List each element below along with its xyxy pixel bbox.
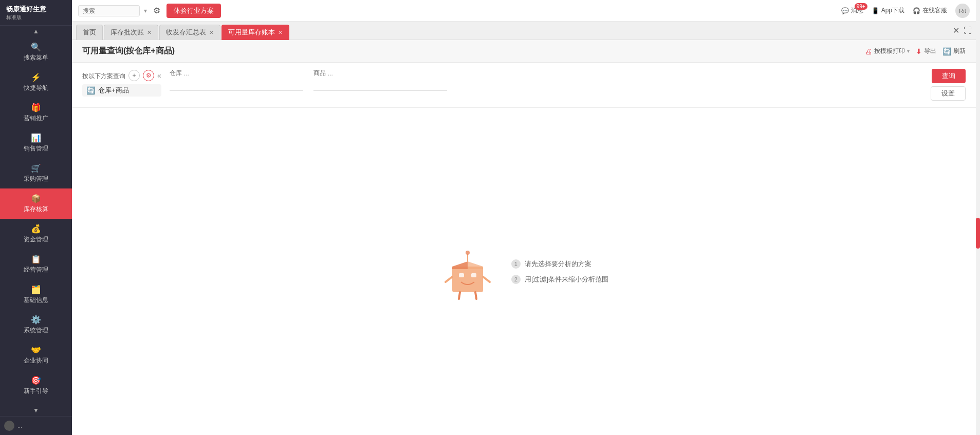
print-template-button[interactable]: 🖨 按模板打印 ▾ [865, 47, 910, 55]
sidebar-item-inventory[interactable]: 📦 库存核算 [0, 188, 72, 219]
sidebar-item-label: 新手引导 [24, 387, 48, 395]
svg-marker-2 [468, 261, 483, 269]
export-button[interactable]: ⬇ 导出 [916, 47, 936, 55]
sidebar-scroll-up[interactable]: ▲ [0, 26, 72, 37]
warehouse-more-icon[interactable]: ... [184, 70, 189, 77]
sidebar-item-sales[interactable]: 📊 销售管理 [0, 128, 72, 158]
handshake-icon: 🤝 [31, 345, 41, 355]
tab-available-ledger[interactable]: 可用量库存账本 ✕ [221, 25, 289, 40]
empty-tip-2: 2 用[过滤]条件来缩小分析范围 [511, 275, 608, 284]
export-label: 导出 [924, 47, 936, 55]
clipboard-icon: 📋 [31, 254, 41, 264]
filter-scheme-section: 按以下方案查询 + ⚙ « 🔄 仓库+商品 [82, 69, 161, 97]
collapse-icon[interactable]: « [157, 71, 161, 80]
warehouse-label: 仓库 ... [170, 69, 303, 78]
phone-icon: 📱 [872, 7, 879, 14]
online-service-item[interactable]: 🎧 在线客服 [913, 6, 947, 15]
sidebar-item-purchase[interactable]: 🛒 采购管理 [0, 158, 72, 188]
app-subtitle: 标准版 [6, 14, 66, 21]
empty-svg [439, 243, 496, 300]
empty-illustration [439, 243, 496, 300]
gift-icon: 🎁 [31, 103, 41, 112]
tab-maximize-button[interactable]: ⛶ [964, 26, 972, 35]
svg-line-10 [475, 292, 476, 299]
svg-line-8 [483, 277, 490, 282]
empty-tips: 1 请先选择要分析的方案 2 用[过滤]条件来缩小分析范围 [511, 259, 608, 284]
gear-settings-icon[interactable]: ⚙ [153, 6, 160, 15]
tab-home-label: 首页 [83, 28, 96, 37]
sidebar-item-label: 库存核算 [24, 205, 48, 214]
chevron-down-icon[interactable]: ▾ [144, 7, 147, 14]
add-scheme-button[interactable]: + [128, 70, 140, 81]
right-scrollbar[interactable] [976, 0, 980, 435]
search-input[interactable] [78, 5, 140, 16]
scheme-item-warehouse-goods[interactable]: 🔄 仓库+商品 [82, 84, 161, 97]
goods-label: 商品 ... [313, 69, 447, 78]
tip-text-2: 用[过滤]条件来缩小分析范围 [525, 275, 608, 284]
tab-batch-account[interactable]: 库存批次账 ✕ [104, 25, 158, 40]
target-icon: 🎯 [31, 375, 41, 385]
tab-collect-account-close[interactable]: ✕ [209, 29, 214, 36]
content-area: 可用量查询(按仓库+商品) 🖨 按模板打印 ▾ ⬇ 导出 🔄 刷新 [72, 40, 976, 435]
sidebar-item-marketing[interactable]: 🎁 营销推广 [0, 98, 72, 128]
tab-collect-account-label: 收发存汇总表 [166, 28, 206, 37]
app-title: 畅康通好生意 [6, 5, 66, 14]
sidebar: 畅康通好生意 标准版 ▲ 🔍 搜索菜单 ⚡ 快捷导航 🎁 营销推广 📊 销售管理… [0, 0, 72, 435]
goods-input[interactable] [313, 80, 447, 91]
filter-scheme-label: 按以下方案查询 [82, 70, 125, 81]
lightning-icon: ⚡ [31, 72, 41, 82]
user-avatar[interactable]: Rit [955, 4, 970, 18]
sidebar-scroll-down[interactable]: ▼ [0, 405, 72, 416]
warehouse-filter-field: 仓库 ... [170, 69, 303, 91]
notification-count: 99+ [855, 3, 867, 10]
tab-close-window-button[interactable]: ✕ [953, 26, 959, 35]
sidebar-item-label: 销售管理 [24, 144, 48, 153]
filter-scheme-header: 按以下方案查询 + ⚙ « [82, 69, 161, 81]
tab-batch-account-close[interactable]: ✕ [147, 29, 152, 36]
box-icon: 📦 [31, 194, 41, 203]
scheme-refresh-icon: 🔄 [86, 86, 95, 94]
print-label: 按模板打印 [874, 47, 905, 55]
sidebar-item-guide[interactable]: 🎯 新手引导 [0, 370, 72, 401]
settings-scheme-button[interactable]: ⚙ [143, 70, 154, 81]
user-avatar-small [4, 421, 14, 431]
empty-state: 1 请先选择要分析的方案 2 用[过滤]条件来缩小分析范围 [72, 108, 976, 435]
online-service-label: 在线客服 [922, 6, 947, 15]
tab-bar: 首页 库存批次账 ✕ 收发存汇总表 ✕ 可用量库存账本 ✕ ✕ ⛶ [72, 22, 976, 40]
warehouse-input[interactable] [170, 80, 303, 91]
tab-available-ledger-close[interactable]: ✕ [278, 29, 283, 36]
svg-rect-3 [459, 273, 464, 277]
refresh-button[interactable]: 🔄 刷新 [942, 47, 966, 55]
sidebar-item-operations[interactable]: 📋 经营管理 [0, 249, 72, 279]
sidebar-item-shortcut[interactable]: ⚡ 快捷导航 [0, 67, 72, 98]
settings-button[interactable]: 设置 [931, 86, 966, 101]
sidebar-item-system[interactable]: ⚙️ 系统管理 [0, 310, 72, 340]
trial-industry-button[interactable]: 体验行业方案 [167, 4, 221, 18]
svg-marker-1 [452, 261, 468, 269]
message-badge-item[interactable]: 💬 消息 99+ [841, 6, 863, 15]
sidebar-item-label: 采购管理 [24, 175, 48, 183]
goods-filter-field: 商品 ... [313, 69, 447, 91]
tab-home[interactable]: 首页 [76, 25, 103, 40]
main-area: ▾ ⚙ 体验行业方案 💬 消息 99+ 📱 App下载 🎧 在线客服 Rit [72, 0, 976, 435]
money-icon: 💰 [31, 224, 41, 234]
cart-icon: 🛒 [31, 163, 41, 173]
goods-more-icon[interactable]: ... [328, 70, 333, 77]
tab-batch-account-label: 库存批次账 [110, 28, 144, 37]
sidebar-item-enterprise[interactable]: 🤝 企业协同 [0, 340, 72, 370]
app-download-item[interactable]: 📱 App下载 [872, 6, 904, 15]
folder-icon: 🗂️ [31, 285, 41, 294]
sidebar-item-label: 企业协同 [24, 356, 48, 365]
filter-panel: 按以下方案查询 + ⚙ « 🔄 仓库+商品 [72, 63, 976, 107]
app-logo: 畅康通好生意 标准版 [0, 0, 72, 26]
sidebar-item-app-center[interactable]: 🔲 应用中心 [0, 401, 72, 405]
tip-num-2: 2 [511, 275, 521, 284]
export-icon: ⬇ [916, 47, 922, 55]
sidebar-item-finance[interactable]: 💰 资金管理 [0, 219, 72, 249]
query-button[interactable]: 查询 [932, 69, 966, 83]
sidebar-item-basic-info[interactable]: 🗂️ 基础信息 [0, 279, 72, 310]
filter-scheme-list: 🔄 仓库+商品 [82, 84, 161, 97]
tab-collect-account[interactable]: 收发存汇总表 ✕ [159, 25, 220, 40]
tab-bar-right: ✕ ⛶ [953, 26, 972, 35]
sidebar-item-search[interactable]: 🔍 搜索菜单 [0, 37, 72, 67]
